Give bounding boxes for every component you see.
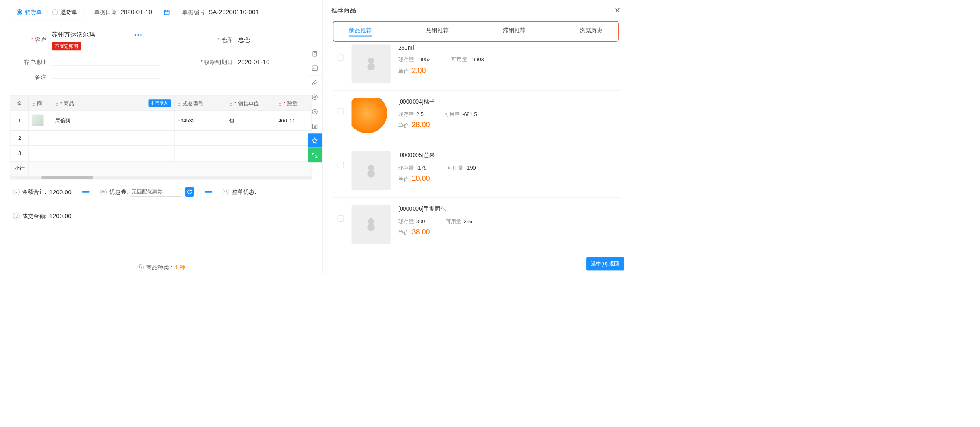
remark-label: 备注 [35,74,46,81]
refresh-icon[interactable] [185,187,194,197]
item-title: 250ml [398,44,616,51]
item-checkbox[interactable] [338,162,344,168]
avail-value: 19903 [469,57,484,62]
svg-point-11 [368,224,375,231]
calendar-icon[interactable] [163,9,170,15]
order-type-radio-group: 销货单 退货单 [10,5,84,20]
item-checkbox[interactable] [338,216,344,222]
horizontal-scrollbar[interactable] [10,176,312,180]
stock-value: -178 [416,165,427,171]
svg-point-3 [312,95,318,100]
customer-label: 客户 [35,37,46,43]
order-discount-label: 整单优惠: [232,188,256,196]
table-row[interactable]: 3 [10,146,311,162]
row-spec[interactable] [174,146,226,161]
svg-point-9 [368,170,375,178]
stock-label: 现存量 [398,218,414,224]
receipt-icon[interactable] [308,104,322,119]
avail-value: -681.5 [462,112,477,117]
select-return-button[interactable]: 选中(0) 返回 [586,257,624,271]
stock-label: 现存量 [398,112,414,117]
col-image[interactable]: 商 [37,100,42,107]
currency-icon[interactable] [308,119,322,133]
link-icon[interactable] [308,75,322,90]
row-image [29,111,52,130]
avail-label: 可用量 [444,112,460,117]
row-unit[interactable] [226,146,275,161]
due-date-label: 收款到期日 [204,58,233,65]
item-checkbox[interactable] [338,108,344,114]
row-index: 3 [10,146,29,161]
chart-icon[interactable] [308,61,322,76]
row-qty[interactable] [275,146,312,161]
item-title: [0000004]橘子 [398,98,616,106]
recommend-item: [0000005]芒果现存量-178可用量-190单价10.00 [333,144,621,198]
item-image [352,151,391,190]
scan-entry-button[interactable]: 扫码录入 [149,99,171,107]
due-date-field[interactable]: 2020-01-10 [238,57,310,67]
radio-sale-label: 销货单 [25,8,42,16]
price-value: 38.00 [412,228,430,236]
row-spec[interactable] [174,131,226,146]
col-unit[interactable]: 销售单位 [238,100,258,107]
coupon-icon: 券 [100,189,107,195]
tab-history[interactable]: 浏览历史 [580,26,602,36]
recommend-item: [0000004]橘子现存量2.5可用量-681.5单价28.00 [333,91,621,144]
address-field[interactable] [52,58,160,65]
discount-icon: 优 [223,189,229,195]
recommend-item: [0000006]手撕面包现存量300可用量256单价38.00 [333,198,621,251]
row-unit[interactable] [226,131,275,146]
table-row[interactable]: 2 [10,131,311,146]
row-qty[interactable] [275,131,312,146]
warehouse-label: 仓库 [221,37,233,43]
radio-dot-icon [52,9,58,15]
deal-amount-label: 成交金额: [22,212,46,220]
expand-icon[interactable] [308,148,322,162]
doc-icon[interactable] [308,47,322,61]
item-title: [0000005]芒果 [398,151,616,159]
table-row[interactable]: 1果倍爽534532包400.00 [10,111,311,130]
price-value: 10.00 [412,174,430,182]
radio-sale-order[interactable]: 销货单 [17,8,42,16]
customer-lookup-icon[interactable]: ••• [134,31,143,38]
col-spec[interactable]: 规格型号 [183,100,203,107]
row-product[interactable] [52,131,174,146]
warehouse-field[interactable]: 总仓 [238,35,310,45]
item-image [352,44,391,83]
recommend-tabs: 新品推荐 热销推荐 滞销推荐 浏览历史 [333,21,619,42]
customer-field[interactable]: 苏州万达沃尔玛 [52,29,124,40]
item-checkbox[interactable] [338,55,344,61]
row-spec[interactable]: 534532 [174,111,226,130]
doc-date-value[interactable]: 2020-01-10 [120,8,152,16]
row-unit[interactable]: 包 [226,111,275,130]
avail-value: 256 [464,218,472,224]
item-title: [0000006]手撕面包 [398,205,616,213]
tab-slow[interactable]: 滞销推荐 [503,26,525,36]
price-label: 单价 [398,68,409,74]
coupon-input[interactable] [130,187,182,197]
star-icon[interactable] [308,133,322,148]
subtotal-label: 小计 [10,162,29,176]
tab-hot[interactable]: 热销推荐 [426,26,449,36]
radio-return-order[interactable]: 退货单 [52,8,78,16]
remark-field[interactable] [52,76,160,79]
avail-value: -190 [465,165,476,171]
row-qty[interactable]: 400.00 [275,111,312,130]
swap-icon[interactable] [308,90,322,104]
col-qty[interactable]: 数量 [287,100,298,107]
col-product[interactable]: 商品 [64,100,74,107]
minus-icon [82,191,89,193]
side-icon-rail [308,47,322,163]
tab-new[interactable]: 新品推荐 [349,26,372,36]
svg-point-7 [368,63,375,71]
recommend-item: 250ml现存量19952可用量19903单价2.00 [333,44,621,91]
close-icon[interactable]: ✕ [614,6,620,15]
chevron-down-icon [155,60,160,64]
row-product[interactable]: 果倍爽 [52,111,174,130]
row-index: 2 [10,131,29,146]
gear-icon[interactable]: ⚙ [17,100,22,107]
stock-value: 300 [416,218,425,224]
row-product[interactable] [52,146,174,161]
price-value: 2.00 [412,66,426,75]
stock-value: 19952 [416,57,431,62]
